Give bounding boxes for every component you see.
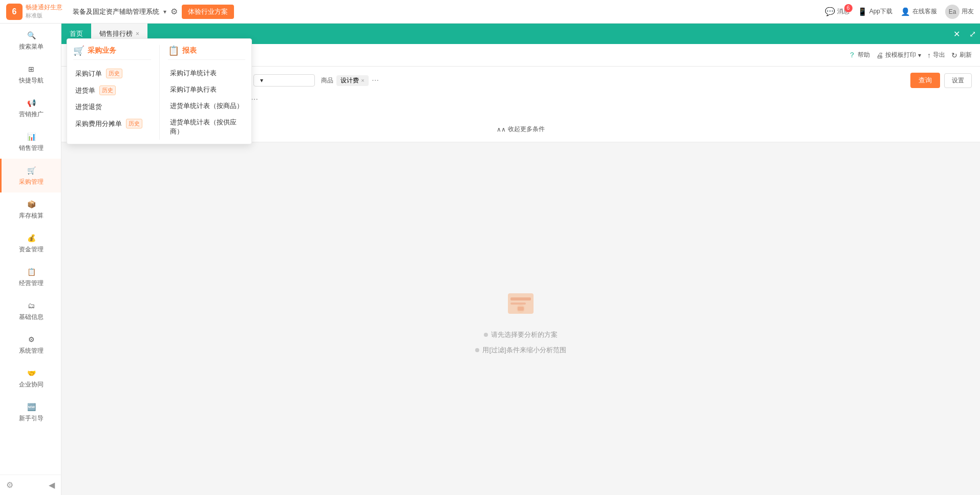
sidebar-item-sys[interactable]: 系统管理 bbox=[0, 328, 61, 361]
service-label: 在线客服 bbox=[912, 7, 937, 16]
purchase-icon bbox=[27, 165, 36, 176]
tab-home-label: 首页 bbox=[70, 29, 83, 38]
sidebar-settings-btn[interactable]: ⚙ bbox=[6, 480, 13, 490]
query-btn[interactable]: 查询 bbox=[910, 73, 940, 88]
goods-tag-close[interactable]: × bbox=[361, 77, 364, 83]
export-btn[interactable]: 导出 bbox=[927, 51, 945, 59]
finance-icon bbox=[27, 232, 36, 243]
dropdown-item-purchase-order[interactable]: 采购订单 历史 bbox=[73, 65, 151, 82]
sidebar-item-guide[interactable]: 新手引导 bbox=[0, 395, 61, 429]
sidebar-item-finance[interactable]: 资金管理 bbox=[0, 226, 61, 260]
sys-dropdown-btn[interactable] bbox=[163, 8, 166, 15]
tab-close-icon[interactable]: × bbox=[136, 30, 139, 37]
help-btn[interactable]: 帮助 bbox=[848, 51, 870, 60]
online-service-btn[interactable]: 在线客服 bbox=[901, 7, 937, 16]
order-exec-label: 采购订单执行表 bbox=[170, 85, 217, 94]
empty-hint-1: 请先选择要分析的方案 bbox=[484, 330, 558, 339]
sidebar: 搜索菜单 快捷导航 营销推广 销售管理 采购管理 库存核算 资金管理 经营管理 bbox=[0, 24, 61, 495]
top-header: 6 畅捷通好生意 标准版 装备及固定资产辅助管理系统 体验行业方案 6 消息 A… bbox=[0, 0, 980, 24]
dropdown-item-inbound-by-supplier[interactable]: 进货单统计表（按供应商） bbox=[168, 114, 246, 140]
sidebar-item-purchase[interactable]: 采购管理 bbox=[0, 159, 61, 192]
empty-text-1: 请先选择要分析的方案 bbox=[491, 330, 558, 339]
goods-more-btn[interactable]: ⋯ bbox=[372, 76, 379, 84]
sidebar-item-search[interactable]: 搜索菜单 bbox=[0, 24, 61, 57]
industry-btn[interactable]: 体验行业方案 bbox=[182, 5, 234, 19]
logo-text: 畅捷通好生意 bbox=[26, 4, 62, 12]
sidebar-item-collab[interactable]: 企业协同 bbox=[0, 361, 61, 395]
inbound-by-supplier-label: 进货单统计表（按供应商） bbox=[170, 118, 244, 136]
nav-icon bbox=[28, 63, 34, 74]
settings-btn[interactable]: 设置 bbox=[944, 73, 972, 88]
sidebar-item-nav[interactable]: 快捷导航 bbox=[0, 57, 61, 91]
hist-badge-expense: 历史 bbox=[126, 119, 142, 128]
dropdown-item-inbound-by-goods[interactable]: 进货单统计表（按商品） bbox=[168, 98, 246, 114]
print-dropdown-icon bbox=[918, 52, 921, 59]
dropdown-item-return[interactable]: 进货退货 bbox=[73, 99, 151, 115]
status-dropdown-icon bbox=[260, 77, 263, 84]
app-download-btn[interactable]: App下载 bbox=[858, 7, 892, 16]
print-btn[interactable]: 按模板打印 bbox=[876, 51, 921, 59]
purchase-col-title: 🛒 采购业务 bbox=[73, 45, 151, 60]
print-label: 按模板打印 bbox=[885, 51, 916, 59]
goods-tag-value: 设计费 bbox=[340, 76, 359, 85]
app-label: App下载 bbox=[869, 7, 892, 16]
sales-icon bbox=[27, 131, 36, 142]
sidebar-item-base[interactable]: 基础信息 bbox=[0, 294, 61, 328]
status-select[interactable] bbox=[253, 74, 315, 87]
message-btn[interactable]: 6 消息 bbox=[825, 7, 849, 16]
help-icon bbox=[848, 51, 856, 60]
sidebar-item-collab-label: 企业协同 bbox=[19, 380, 44, 389]
purchase-dropdown-menu: 🛒 采购业务 采购订单 历史 进货单 历史 进货退货 采购费用分摊单 历史 📋 … bbox=[67, 38, 252, 144]
user-menu-btn[interactable]: Ea 用友 bbox=[945, 5, 974, 19]
sidebar-item-promote[interactable]: 营销推广 bbox=[0, 91, 61, 125]
collapse-label: 收起更多条件 bbox=[508, 125, 545, 134]
sidebar-item-inventory-label: 库存核算 bbox=[19, 211, 44, 220]
avatar: Ea bbox=[945, 5, 960, 19]
refresh-label: 刷新 bbox=[960, 51, 972, 59]
export-label: 导出 bbox=[933, 51, 945, 59]
dropdown-item-order-stats[interactable]: 采购订单统计表 bbox=[168, 65, 246, 81]
sidebar-item-sales[interactable]: 销售管理 bbox=[0, 125, 61, 159]
refresh-btn[interactable]: 刷新 bbox=[951, 51, 972, 59]
inbound-by-goods-label: 进货单统计表（按商品） bbox=[170, 101, 243, 111]
dropdown-item-expense[interactable]: 采购费用分摊单 历史 bbox=[73, 115, 151, 132]
base-icon bbox=[28, 300, 35, 311]
dropdown-item-order-exec[interactable]: 采购订单执行表 bbox=[168, 81, 246, 98]
salesperson-more-btn[interactable]: ⋯ bbox=[251, 95, 258, 103]
gear-button[interactable] bbox=[171, 7, 178, 16]
logo-text-block: 畅捷通好生意 标准版 bbox=[26, 4, 62, 19]
purchase-col: 🛒 采购业务 采购订单 历史 进货单 历史 进货退货 采购费用分摊单 历史 bbox=[67, 45, 157, 140]
goods-tag: 设计费 × bbox=[336, 75, 368, 86]
svg-rect-1 bbox=[510, 297, 531, 300]
logo-sub: 标准版 bbox=[26, 12, 62, 19]
report-col-title: 📋 报表 bbox=[168, 45, 246, 60]
refresh-icon bbox=[951, 51, 957, 59]
sidebar-item-inventory[interactable]: 库存核算 bbox=[0, 192, 61, 226]
expense-label: 采购费用分摊单 bbox=[75, 119, 122, 128]
sidebar-item-sys-label: 系统管理 bbox=[19, 347, 44, 355]
empty-illustration bbox=[500, 283, 541, 324]
promote-icon bbox=[27, 97, 36, 108]
sidebar-bottom: ⚙ ◀ bbox=[0, 475, 61, 495]
search-icon bbox=[27, 30, 36, 40]
col-divider bbox=[159, 45, 160, 140]
sidebar-collapse-btn[interactable]: ◀ bbox=[49, 480, 55, 490]
report-col: 📋 报表 采购订单统计表 采购订单执行表 进货单统计表（按商品） 进货单统计表（… bbox=[162, 45, 252, 140]
tab-sales-rank-label: 销售排行榜 bbox=[99, 29, 133, 38]
dropdown-item-inbound[interactable]: 进货单 历史 bbox=[73, 82, 151, 99]
svg-rect-2 bbox=[510, 303, 526, 305]
sidebar-item-ops[interactable]: 经营管理 bbox=[0, 260, 61, 294]
export-icon bbox=[927, 51, 931, 59]
user-label: 用友 bbox=[962, 7, 974, 16]
collab-icon bbox=[27, 368, 36, 378]
report-col-title-text: 报表 bbox=[182, 46, 197, 55]
inventory-icon bbox=[27, 199, 36, 209]
logo-area: 6 畅捷通好生意 标准版 bbox=[6, 4, 68, 20]
guide-icon bbox=[27, 401, 36, 412]
sidebar-item-purchase-label: 采购管理 bbox=[19, 178, 44, 186]
tab-bar-close-btn[interactable]: ✕ bbox=[948, 29, 965, 39]
chevron-down-icon bbox=[163, 8, 166, 15]
goods-label: 商品 bbox=[321, 76, 333, 85]
sidebar-item-search-label: 搜索菜单 bbox=[19, 42, 44, 51]
tab-bar-expand-btn[interactable]: ⤢ bbox=[965, 29, 980, 39]
